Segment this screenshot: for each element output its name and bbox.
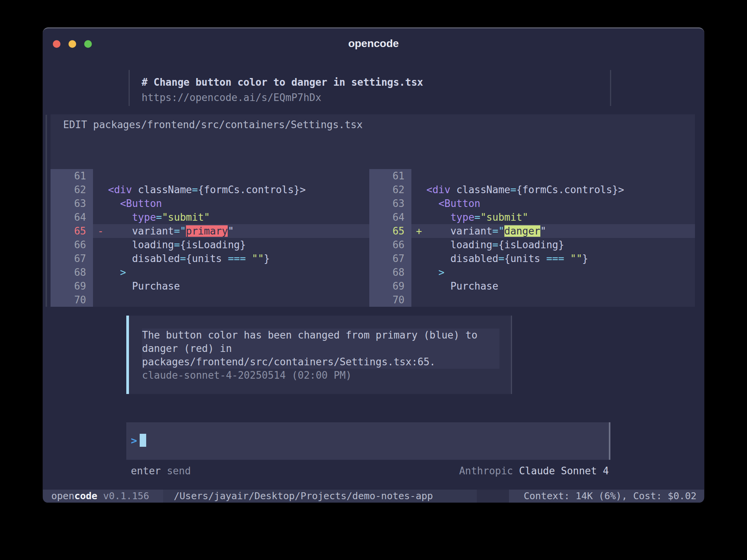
line-number: 70 — [51, 293, 93, 307]
diff-row: 65+ variant="danger" — [369, 224, 695, 238]
app-name-code: code — [74, 490, 97, 501]
code-line — [411, 169, 695, 183]
message-line: The button color has been changed from p… — [142, 329, 499, 342]
diff-row: 62 <div className={formCs.controls}> — [369, 183, 695, 197]
line-number: 62 — [369, 183, 411, 197]
model-selector[interactable]: Anthropic Claude Sonnet 4 — [459, 465, 609, 477]
opencode-window: opencode # Change button color to danger… — [43, 28, 704, 502]
prompt-input[interactable]: > — [126, 422, 610, 460]
code-line: disabled={units === ""} — [93, 252, 369, 265]
code-line: type="submit" — [93, 210, 369, 224]
model-label: Claude Sonnet 4 — [519, 465, 609, 477]
diff-row: 66 loading={isLoading} — [51, 238, 369, 252]
diff-row: 65- variant="primary" — [51, 224, 369, 238]
line-number: 69 — [51, 279, 93, 293]
line-number: 61 — [51, 169, 93, 183]
session-title: # Change button color to danger in setti… — [142, 75, 610, 90]
line-number: 67 — [369, 252, 411, 265]
line-number: 68 — [51, 265, 93, 279]
diff-row: 66 loading={isLoading} — [369, 238, 695, 252]
message-line: danger (red) in — [142, 342, 499, 355]
diff-row: 63 <Button — [369, 197, 695, 210]
diff-row: 70 — [51, 293, 369, 307]
code-line: > — [411, 265, 695, 279]
diff-right-panel: 6162 <div className={formCs.controls}>63… — [369, 169, 695, 307]
line-number: 62 — [51, 183, 93, 197]
line-number: 63 — [369, 197, 411, 210]
code-line: loading={isLoading} — [411, 238, 695, 252]
diff-row: 64 type="submit" — [369, 210, 695, 224]
app-name-open: open — [51, 490, 74, 501]
working-directory: /Users/jayair/Desktop/Projects/demo-note… — [163, 490, 477, 503]
diff-left-panel: 6162 <div className={formCs.controls}>63… — [51, 169, 369, 307]
diff-row: 63 <Button — [51, 197, 369, 210]
status-bar: opencode v0.1.156 /Users/jayair/Desktop/… — [43, 490, 704, 503]
code-line: > — [93, 265, 369, 279]
assistant-message: The button color has been changed from p… — [126, 316, 512, 394]
code-line: <div className={formCs.controls}> — [93, 183, 369, 197]
line-number: 65 — [369, 224, 411, 238]
diff-row: 68 > — [369, 265, 695, 279]
message-text: The button color has been changed from p… — [142, 329, 499, 369]
app-version: v0.1.156 — [97, 490, 149, 501]
code-line — [93, 293, 369, 307]
enter-key-label: enter — [131, 465, 161, 477]
diff-row: 67 disabled={units === ""} — [369, 252, 695, 265]
edit-file-label: EDIT packages/frontend/src/containers/Se… — [63, 119, 363, 130]
diff-row: 64 type="submit" — [51, 210, 369, 224]
provider-label: Anthropic — [459, 465, 513, 477]
removed-marker: - — [98, 224, 104, 238]
prompt-icon: > — [131, 435, 137, 446]
line-number: 64 — [51, 210, 93, 224]
code-line: type="submit" — [411, 210, 695, 224]
input-footer: enter send Anthropic Claude Sonnet 4 — [126, 465, 610, 477]
diff-row: 61 — [51, 169, 369, 183]
line-number: 66 — [51, 238, 93, 252]
line-number: 64 — [369, 210, 411, 224]
line-number: 68 — [369, 265, 411, 279]
diff-row: 70 — [369, 293, 695, 307]
edit-tool-card: EDIT packages/frontend/src/containers/Se… — [51, 114, 695, 307]
context-cost: Context: 14K (6%), Cost: $0.02 — [509, 490, 704, 503]
diff-row: 69 Purchase — [369, 279, 695, 293]
line-number: 70 — [369, 293, 411, 307]
text-cursor — [140, 434, 146, 447]
app-version-segment: opencode v0.1.156 — [43, 490, 163, 503]
code-line — [411, 293, 695, 307]
code-line: <Button — [93, 197, 369, 210]
diff-row: 61 — [369, 169, 695, 183]
line-number: 66 — [369, 238, 411, 252]
session-header: # Change button color to danger in setti… — [129, 70, 611, 106]
line-number: 67 — [51, 252, 93, 265]
code-line: - variant="primary" — [93, 224, 369, 238]
code-line: <Button — [411, 197, 695, 210]
scrollbar-track[interactable] — [46, 115, 47, 307]
line-number: 63 — [51, 197, 93, 210]
code-line: <div className={formCs.controls}> — [411, 183, 695, 197]
code-line: Purchase — [93, 279, 369, 293]
message-meta: claude-sonnet-4-20250514 (02:00 PM) — [142, 369, 511, 382]
send-action-label: send — [167, 465, 191, 477]
code-line: loading={isLoading} — [93, 238, 369, 252]
message-line: packages/frontend/src/containers/Setting… — [142, 355, 499, 369]
line-number: 65 — [51, 224, 93, 238]
diff-row: 67 disabled={units === ""} — [51, 252, 369, 265]
diff-row: 62 <div className={formCs.controls}> — [51, 183, 369, 197]
code-line — [93, 169, 369, 183]
line-number: 69 — [369, 279, 411, 293]
code-line: + variant="danger" — [411, 224, 695, 238]
code-line: disabled={units === ""} — [411, 252, 695, 265]
enter-hint: enter send — [131, 465, 191, 477]
diff-view: 6162 <div className={formCs.controls}>63… — [51, 169, 695, 307]
code-line: Purchase — [411, 279, 695, 293]
added-marker: + — [416, 224, 422, 238]
window-title: opencode — [43, 37, 704, 50]
line-number: 61 — [369, 169, 411, 183]
diff-row: 69 Purchase — [51, 279, 369, 293]
diff-row: 68 > — [51, 265, 369, 279]
share-url[interactable]: https://opencode.ai/s/EQmP7hDx — [142, 90, 610, 105]
